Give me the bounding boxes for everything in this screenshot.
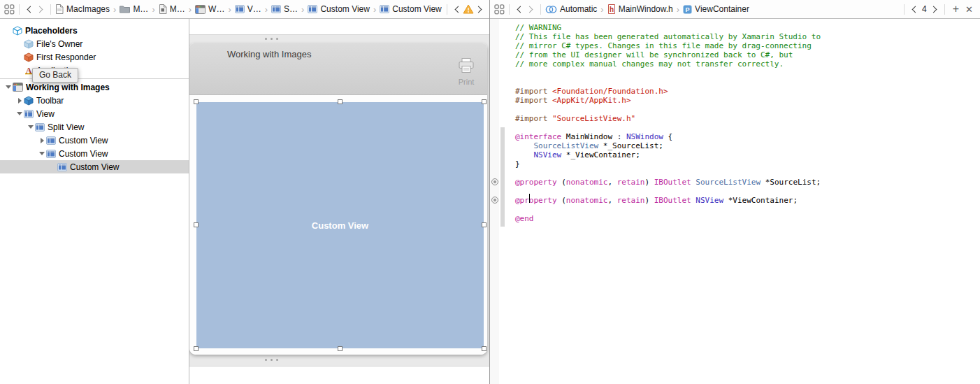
crumb-mainwindow-h[interactable]: hMainWindow.h <box>607 4 673 14</box>
disclosure-triangle[interactable] <box>38 137 46 144</box>
outline-row-toolbar[interactable]: Toolbar <box>0 94 189 107</box>
code-token: IBOutlet <box>654 196 691 205</box>
disclosure-triangle[interactable] <box>38 150 46 157</box>
selection-handle[interactable] <box>482 222 487 227</box>
crumb-viewcontainer[interactable]: PViewContainer <box>683 4 749 14</box>
code-line[interactable]: #import <Foundation/Foundation.h> <box>515 87 980 96</box>
selection-handle[interactable] <box>194 99 199 104</box>
code-line[interactable]: @end <box>515 214 980 223</box>
toolbar-item-print[interactable]: Print <box>452 57 480 86</box>
crumb-s[interactable]: S… <box>271 4 298 14</box>
design-window[interactable]: Working with Images Print Custom View <box>189 43 487 355</box>
add-assistant-editor-button[interactable]: + <box>953 3 959 15</box>
outline-row-custom-view-1[interactable]: Custom View <box>0 134 189 147</box>
code-token: @property <box>515 196 557 205</box>
disclosure-triangle[interactable] <box>27 124 35 131</box>
code-line[interactable]: // This file has been generated automati… <box>515 32 980 41</box>
outline-row-custom-view-3[interactable]: Custom View <box>0 160 189 173</box>
code-line[interactable]: #import "SourceListView.h" <box>515 114 980 123</box>
selection-handle[interactable] <box>194 222 199 227</box>
warning-icon[interactable] <box>463 4 474 14</box>
crumb-w[interactable]: W… <box>195 4 224 14</box>
code-line[interactable] <box>515 78 980 87</box>
connection-well[interactable] <box>491 197 498 204</box>
next-counterpart-button[interactable] <box>929 3 940 15</box>
crumb-v[interactable]: V… <box>235 4 261 14</box>
code-line[interactable]: SourceListView *_SourceList; <box>515 141 980 150</box>
editor-jump-bar: Automatic›hMainWindow.h›PViewContainer 4… <box>490 0 980 19</box>
code-line[interactable] <box>515 205 980 214</box>
code-token: *_SourceList; <box>598 141 663 150</box>
outline-row-custom-view-2[interactable]: Custom View <box>0 147 189 160</box>
outline-row-split-view[interactable]: Split View <box>0 120 189 134</box>
related-items-icon[interactable] <box>4 4 15 15</box>
outline-row-placeholders[interactable]: Placeholders <box>0 24 189 37</box>
selection-handle[interactable] <box>194 346 199 351</box>
window-icon <box>13 83 23 92</box>
code-token: { <box>663 132 672 141</box>
selection-handle[interactable] <box>482 99 487 104</box>
next-issue-button[interactable] <box>474 3 485 15</box>
forward-button[interactable] <box>525 3 536 15</box>
disclosure-triangle[interactable] <box>15 111 24 118</box>
disclosure-triangle[interactable] <box>15 97 24 104</box>
code-line[interactable] <box>515 105 980 114</box>
related-items-icon[interactable] <box>494 4 505 15</box>
code-editor[interactable]: // WARNING// This file has been generate… <box>490 19 980 384</box>
design-window-content[interactable]: Custom View <box>189 95 487 355</box>
outline-row-working-with-images[interactable]: Working with Images <box>0 80 189 94</box>
code-line[interactable]: @property (nonatomic, retain) IBOutlet N… <box>515 196 980 205</box>
code-line[interactable] <box>515 123 980 132</box>
custom-view[interactable]: Custom View <box>196 102 484 348</box>
code-token: #import <box>515 96 547 105</box>
selection-handle[interactable] <box>338 99 343 104</box>
code-line[interactable]: #import <AppKit/AppKit.h> <box>515 96 980 105</box>
code-line[interactable] <box>515 69 980 78</box>
ib-canvas[interactable]: Working with Images Print Custom View <box>189 19 489 384</box>
back-button[interactable] <box>24 3 35 15</box>
code-line[interactable]: // WARNING <box>515 23 980 32</box>
crumb-m[interactable]: M… <box>120 4 148 14</box>
code-token <box>547 87 552 96</box>
code-line[interactable]: @property (nonatomic, retain) IBOutlet S… <box>515 178 980 187</box>
counterpart-counter: 4 <box>922 4 927 14</box>
design-window-titlebar[interactable]: Working with Images Print <box>189 43 487 95</box>
crumb-m[interactable]: M… <box>159 4 185 14</box>
forward-button[interactable] <box>35 3 46 15</box>
outline-row-label: File's Owner <box>36 39 82 49</box>
view-icon <box>24 110 34 118</box>
interface-builder-pane: MacImages›M…›M…›W…›V…›S…›Custom View›Cus… <box>0 0 489 384</box>
back-button[interactable] <box>514 3 525 15</box>
code-line[interactable]: // mirror C# types. Changes in this file… <box>515 41 980 50</box>
code-line[interactable] <box>515 187 980 196</box>
crumb-custom-view[interactable]: Custom View <box>380 4 441 14</box>
outline-row-application[interactable]: AApplication <box>0 64 189 77</box>
close-assistant-editor-button[interactable]: ✕ <box>965 4 973 15</box>
cube-orange-icon <box>24 52 34 62</box>
crumb-automatic[interactable]: Automatic <box>545 4 597 14</box>
outline-row-files-owner[interactable]: File's Owner <box>0 37 189 50</box>
resize-dots-top[interactable] <box>265 38 278 40</box>
previous-issue-button[interactable] <box>452 3 463 15</box>
crumb-macimages[interactable]: MacImages <box>55 4 110 14</box>
selection-handle[interactable] <box>338 346 343 351</box>
code-line[interactable]: } <box>515 159 980 169</box>
code-token: nonatomic <box>566 178 608 187</box>
outline-row-view[interactable]: View <box>0 107 189 120</box>
code-token: } <box>515 159 520 169</box>
code-line[interactable]: @interface MainWindow : NSWindow { <box>515 132 980 141</box>
resize-dots-bottom[interactable] <box>265 359 278 361</box>
previous-counterpart-button[interactable] <box>909 3 920 15</box>
code-line[interactable] <box>515 169 980 178</box>
code-line[interactable]: NSView *_ViewContainer; <box>515 150 980 159</box>
divider <box>540 4 541 15</box>
disclosure-triangle[interactable] <box>4 84 13 91</box>
crumb-custom-view[interactable]: Custom View <box>308 4 369 14</box>
outline-row-first-responder[interactable]: First Responder <box>0 50 189 64</box>
code-line[interactable]: // from the UI designer will be synchron… <box>515 50 980 59</box>
code-token: // mirror C# types. Changes in this file… <box>515 41 812 50</box>
cube-blue-icon <box>24 96 34 106</box>
code-line[interactable]: // more complex manual changes may not t… <box>515 59 980 69</box>
selection-handle[interactable] <box>482 346 487 351</box>
connection-well[interactable] <box>491 178 498 185</box>
